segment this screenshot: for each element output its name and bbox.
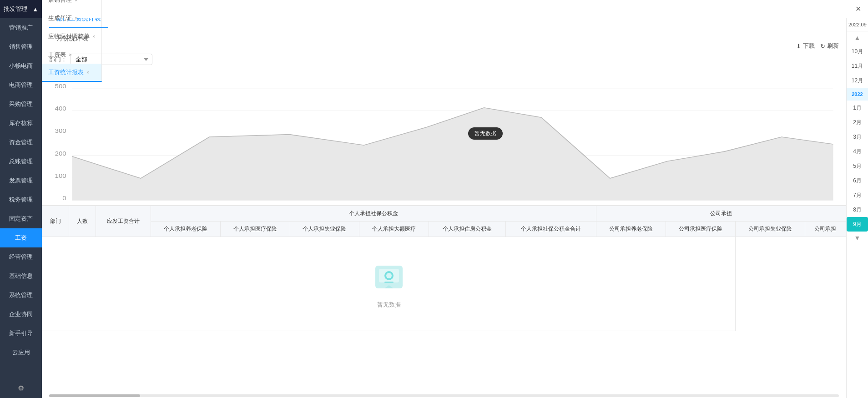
th-personal-pension: 个人承担养老保险 (151, 222, 220, 237)
svg-marker-12 (72, 108, 833, 201)
subtabs-container: 部门工资统计表月份统计表 (49, 18, 108, 48)
th-personal-total: 个人承担社保公积金合计 (505, 222, 596, 237)
calendar-month-10月[interactable]: 10月 (852, 44, 863, 59)
settings-icon: ⚙ (18, 384, 24, 392)
table-body: 暂无数据 (42, 237, 846, 331)
calendar-year-label[interactable]: 2022 (847, 88, 868, 101)
calendar-month-8月[interactable]: 8月 (853, 202, 862, 217)
horizontal-scrollbar[interactable] (49, 394, 839, 397)
chart-svg: 0 100 200 300 400 500 (49, 69, 839, 205)
sidebar-item-云应用[interactable]: 云应用 (0, 343, 42, 362)
th-personal-large-medical: 个人承担大额医疗 (359, 222, 429, 237)
th-company-unemployment: 公司承担失业保险 (736, 222, 805, 237)
sidebar-item-固定资产[interactable]: 固定资产 (0, 209, 42, 228)
calendar-nav-up[interactable]: ▲ (847, 31, 868, 44)
svg-text:200: 200 (55, 150, 66, 157)
refresh-label: 刷新 (827, 42, 839, 50)
th-company-social: 公司承担 (596, 206, 846, 222)
sidebar-item-税务管理[interactable]: 税务管理 (0, 190, 42, 209)
svg-point-16 (386, 273, 392, 278)
svg-text:300: 300 (55, 128, 66, 135)
subtabs-bar: 部门工资统计表月份统计表 (42, 18, 846, 38)
calendar-year-display: 2022.09 (847, 18, 868, 31)
table-header-row-1: 部门 人数 应发工资合计 个人承担社保公积金 公司承担 (42, 206, 846, 222)
download-icon: ⬇ (796, 43, 801, 50)
th-company-pension: 公司承担养老保险 (596, 222, 666, 237)
filter-row: 部门： 全部 (42, 54, 846, 69)
sidebar-item-经营管理[interactable]: 经营管理 (0, 247, 42, 267)
refresh-button[interactable]: ↻ 刷新 (820, 42, 839, 50)
subtab-月份统计表[interactable]: 月份统计表 (49, 28, 108, 48)
tab-end-buttons: ✕ (852, 3, 868, 15)
calendar-month-1月[interactable]: 1月 (853, 101, 862, 115)
sidebar: 批发管理 ▲ 营销推广销售管理小畅电商电商管理采购管理库存核算资金管理总账管理发… (0, 0, 42, 398)
th-personal-medical: 个人承担医疗保险 (220, 222, 290, 237)
calendar-month-7月[interactable]: 7月 (853, 188, 862, 202)
th-department: 部门 (42, 206, 69, 237)
data-table: 部门 人数 应发工资合计 个人承担社保公积金 公司承担 个人承担养老保险 个人承… (42, 206, 846, 331)
th-count: 人数 (69, 206, 96, 237)
chart-tooltip: 暂无数据 (468, 127, 503, 140)
sidebar-header-label: 批发管理 (4, 5, 27, 13)
sidebar-item-企业协同[interactable]: 企业协同 (0, 305, 42, 324)
calendar-month-4月[interactable]: 4月 (853, 144, 862, 159)
download-button[interactable]: ⬇ 下载 (796, 42, 815, 50)
sidebar-header[interactable]: 批发管理 ▲ (0, 0, 42, 18)
th-personal-social: 个人承担社保公积金 (151, 206, 596, 222)
sidebar-item-销售管理[interactable]: 销售管理 (0, 37, 42, 56)
tab-close-店铺管理[interactable]: × (75, 0, 77, 3)
calendar-month-2月[interactable]: 2月 (853, 115, 862, 130)
calendar-month-11月[interactable]: 11月 (852, 59, 863, 73)
sidebar-item-工资[interactable]: 工资 (0, 228, 42, 247)
svg-text:400: 400 (55, 105, 66, 112)
no-data-area: 暂无数据 (47, 241, 731, 327)
th-personal-unemployment: 个人承担失业保险 (290, 222, 359, 237)
calendar-month-12月[interactable]: 12月 (852, 73, 863, 88)
tab-close-工资表[interactable]: × (69, 52, 71, 57)
subtab-部门工资统计表[interactable]: 部门工资统计表 (49, 18, 108, 28)
sidebar-item-采购管理[interactable]: 采购管理 (0, 95, 42, 114)
sidebar-item-电商管理[interactable]: 电商管理 (0, 76, 42, 95)
sidebar-item-发票管理[interactable]: 发票管理 (0, 171, 42, 190)
scrollbar-thumb[interactable] (49, 394, 140, 397)
table-header-row-2: 个人承担养老保险 个人承担医疗保险 个人承担失业保险 个人承担大额医疗 个人承担… (42, 222, 846, 237)
sidebar-item-库存核算[interactable]: 库存核算 (0, 114, 42, 133)
toolbar: ⬇ 下载 ↻ 刷新 (42, 38, 846, 54)
sidebar-footer[interactable]: ⚙ (0, 378, 42, 398)
sidebar-item-新手引导[interactable]: 新手引导 (0, 324, 42, 343)
sidebar-item-营销推广[interactable]: 营销推广 (0, 18, 42, 37)
sidebar-item-基础信息[interactable]: 基础信息 (0, 267, 42, 286)
th-company-medical: 公司承担医疗保险 (666, 222, 736, 237)
sidebar-header-arrow: ▲ (32, 6, 38, 13)
th-personal-housing-fund: 个人承担住房公积金 (429, 222, 505, 237)
tab-工资表[interactable]: 工资表× (42, 45, 102, 64)
calendar-month-5月[interactable]: 5月 (853, 159, 862, 173)
no-data-icon (371, 259, 407, 295)
calendar-month-3月[interactable]: 3月 (853, 130, 862, 144)
months-after-year: 1月2月3月4月5月6月7月8月 (853, 101, 862, 217)
svg-rect-17 (384, 282, 394, 283)
tab-bar: 首页门店商品目录×销售单×店铺管理×生成凭证×应收应付调整单×工资表×工资统计报… (42, 0, 868, 18)
table-area[interactable]: 部门 人数 应发工资合计 个人承担社保公积金 公司承担 个人承担养老保险 个人承… (42, 205, 846, 393)
chart-tooltip-text: 暂无数据 (474, 130, 496, 136)
sidebar-item-资金管理[interactable]: 资金管理 (0, 133, 42, 152)
calendar-active-month[interactable]: 9月 (847, 217, 868, 232)
calendar-month-6月[interactable]: 6月 (853, 173, 862, 188)
page-area: 部门工资统计表月份统计表 ⬇ 下载 ↻ 刷新 部门： 全部 (42, 18, 868, 398)
svg-text:100: 100 (55, 172, 66, 179)
close-all-tabs-button[interactable]: ✕ (852, 3, 864, 15)
th-company-more: 公司承担 (805, 222, 846, 237)
calendar-panel: 2022.09 ▲ 10月11月12月 2022 1月2月3月4月5月6月7月8… (846, 18, 868, 398)
no-data-text: 暂无数据 (377, 301, 401, 309)
no-data-cell: 暂无数据 (42, 237, 736, 331)
sidebar-item-总账管理[interactable]: 总账管理 (0, 152, 42, 171)
svg-text:0: 0 (62, 195, 66, 202)
tab-店铺管理[interactable]: 店铺管理× (42, 0, 102, 9)
sidebar-item-系统管理[interactable]: 系统管理 (0, 286, 42, 305)
sidebar-items: 营销推广销售管理小畅电商电商管理采购管理库存核算资金管理总账管理发票管理税务管理… (0, 18, 42, 362)
calendar-nav-down[interactable]: ▼ (847, 232, 868, 244)
chart-area: 0 100 200 300 400 500 (42, 69, 846, 205)
sidebar-item-小畅电商[interactable]: 小畅电商 (0, 56, 42, 76)
download-label: 下载 (803, 42, 815, 50)
table-row: 暂无数据 (42, 237, 846, 331)
